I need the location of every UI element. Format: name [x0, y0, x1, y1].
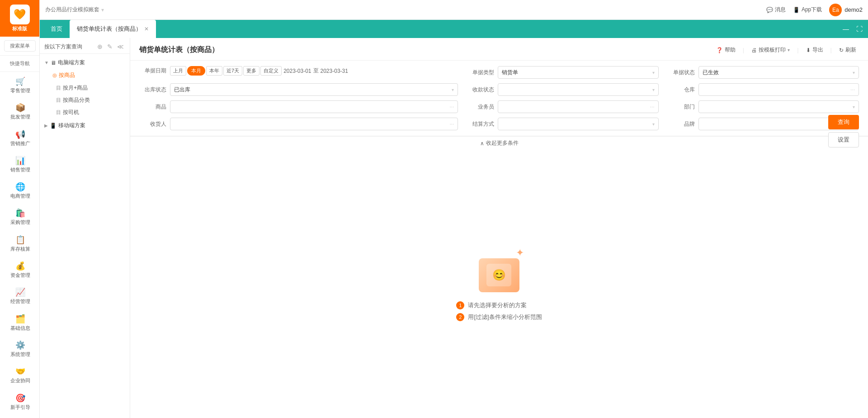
tree-item-by-cashier[interactable]: 目 按司机 [43, 106, 130, 119]
empty-sparkle-icon: ✦ [516, 247, 524, 259]
receiver-filter-select[interactable]: ··· [170, 118, 458, 130]
search-menu-button[interactable]: 搜索菜单 [4, 40, 36, 52]
main-content: 办公用品行业模拟账套 ▾ 💬 消息 📱 App下载 Ea demo2 首页 销货… [40, 0, 868, 418]
salesperson-filter-dots-icon[interactable]: ··· [650, 104, 655, 110]
date-to: 2023-03-31 [321, 68, 348, 74]
tip-num-1: 1 [456, 301, 464, 309]
tab-home[interactable]: 首页 [43, 20, 70, 38]
filter-row-3: 商品 ··· 业务员 ··· [139, 100, 859, 113]
message-button[interactable]: 💬 消息 [766, 6, 786, 14]
payment-method-filter-label: 结算方式 [467, 120, 494, 128]
add-scheme-button[interactable]: ⊕ [96, 43, 104, 51]
stock-filter-label: 出库状态 [139, 86, 166, 94]
date-btn-last-month[interactable]: 上月 [170, 66, 186, 76]
refresh-button[interactable]: ↻ 刷新 [836, 44, 859, 56]
tab-minimize-button[interactable]: — [841, 24, 851, 34]
query-button[interactable]: 查询 [828, 115, 859, 129]
tree-item-by-month-product[interactable]: 目 按月+商品 [43, 82, 130, 94]
tree-item-by-product[interactable]: ◎ 按商品 [43, 69, 130, 82]
filter-row-2: 出库状态 已出库 ▾ 收款状态 ▾ [139, 83, 859, 96]
sidebar-item-sales[interactable]: 📊 销售管理 [0, 151, 39, 177]
receiver-filter-dots-icon[interactable]: ··· [449, 121, 454, 127]
sidebar-item-purchase[interactable]: 🛍️ 采购管理 [0, 204, 39, 230]
tree-group-mobile-header[interactable]: ▶ 📱 移动端方案 [40, 119, 130, 132]
dept-filter-label: 部门 [668, 103, 695, 111]
help-button[interactable]: ❓ 帮助 [713, 44, 738, 56]
by-month-product-icon: 目 [56, 85, 61, 91]
tabbar: 首页 销货单统计表（按商品） ✕ — ⛶ [40, 20, 868, 38]
quick-nav-button[interactable]: 快捷导航 [10, 57, 30, 70]
quick-nav-area[interactable]: 快捷导航 [0, 56, 39, 72]
tree-group-pc: ▼ 🖥 电脑端方案 ◎ 按商品 目 按月+商品 [40, 57, 130, 119]
stock-filter-select[interactable]: 已出库 ▾ [170, 83, 458, 96]
filter-row-1: 单据日期 上月 本月 本年 近7天 更多 自定义 [139, 66, 859, 79]
print-button[interactable]: 🖨 按模板打印 ▾ [749, 44, 793, 56]
logo-icon: 🧡 [10, 5, 30, 24]
sidebar-item-sales-label: 销售管理 [10, 166, 30, 173]
tree-item-by-product-label: 按商品 [59, 71, 75, 79]
date-btn-custom[interactable]: 自定义 [260, 66, 282, 76]
sidebar-item-enterprise[interactable]: 🤝 企业协同 [0, 362, 39, 388]
by-category-icon: 目 [56, 97, 61, 104]
payment-filter-select[interactable]: ▾ [498, 83, 658, 96]
sidebar-item-inventory[interactable]: 📋 库存核算 [0, 230, 39, 256]
app-icon: 📱 [793, 7, 800, 13]
sidebar-item-app-center[interactable]: 📱 应用中心 [0, 415, 39, 418]
warehouse-filter-select[interactable]: ··· [698, 83, 859, 96]
collapse-panel-button[interactable]: ≪ [116, 43, 125, 51]
sidebar-item-marketing[interactable]: 📢 营销推广 [0, 125, 39, 151]
empty-box-inner: 😊 [486, 264, 511, 286]
sidebar-item-wholesale[interactable]: 📦 批发管理 [0, 98, 39, 124]
sidebar-item-ecommerce[interactable]: 🌐 电商管理 [0, 177, 39, 204]
export-icon: ⬇ [806, 47, 811, 53]
dept-filter-select[interactable]: ▾ [698, 100, 859, 113]
sidebar-item-retail[interactable]: 🛒 零售管理 [0, 72, 39, 98]
salesperson-filter-select[interactable]: ··· [498, 100, 658, 113]
filter-product: 商品 ··· [139, 100, 458, 113]
sidebar-search-area[interactable]: 搜索菜单 [0, 37, 39, 56]
collapse-bar[interactable]: ∧ 收起更多条件 [130, 136, 868, 150]
empty-illustration: 😊 ✦ [472, 247, 526, 292]
status-filter-select[interactable]: 已生效 ▾ [698, 66, 859, 79]
sidebar-item-system[interactable]: ⚙️ 系统管理 [0, 336, 39, 362]
type-filter-select[interactable]: 销货单 ▾ [498, 66, 658, 79]
empty-tips: 1 请先选择要分析的方案 2 用[过滤]条件来缩小分析范围 [456, 301, 542, 321]
date-btn-this-year[interactable]: 本年 [206, 66, 222, 76]
date-btn-more[interactable]: 更多 [243, 66, 259, 76]
salesperson-filter-label: 业务员 [467, 103, 494, 111]
tree-group-pc-header[interactable]: ▼ 🖥 电脑端方案 [40, 57, 130, 69]
sidebar-item-basic[interactable]: 🗂️ 基础信息 [0, 309, 39, 336]
tab-close-icon[interactable]: ✕ [144, 26, 149, 32]
tab-maximize-button[interactable]: ⛶ [854, 24, 864, 34]
sidebar-item-operation[interactable]: 📈 经营管理 [0, 283, 39, 309]
sidebar-item-newbie[interactable]: 🎯 新手引导 [0, 389, 39, 415]
settings-button[interactable]: 设置 [828, 132, 859, 147]
sidebar-menu: 🛒 零售管理 📦 批发管理 📢 营销推广 📊 销售管理 🌐 电商管理 🛍️ 采购… [0, 72, 39, 418]
warehouse-filter-label: 仓库 [668, 86, 695, 94]
status-filter-arrow-icon: ▾ [853, 70, 855, 75]
product-filter-select[interactable]: ··· [170, 100, 458, 113]
tab-sales-stat[interactable]: 销货单统计表（按商品） ✕ [70, 20, 156, 38]
right-content: 销货单统计表（按商品） ❓ 帮助 | 🖨 按模板打印 ▾ | ⬇ [130, 38, 868, 418]
payment-method-filter-arrow-icon: ▾ [652, 122, 655, 127]
warehouse-filter-dots-icon[interactable]: ··· [850, 86, 855, 93]
date-btn-this-month[interactable]: 本月 [187, 66, 205, 76]
product-filter-dots-icon[interactable]: ··· [449, 104, 454, 110]
sidebar-item-operation-label: 经营管理 [10, 298, 30, 304]
sidebar: 🧡 标准版 搜索菜单 快捷导航 🛒 零售管理 📦 批发管理 📢 营销推广 📊 销… [0, 0, 40, 418]
help-icon: ❓ [716, 47, 723, 53]
marketing-icon: 📢 [15, 129, 25, 139]
username-label: demo2 [844, 6, 863, 13]
app-download-button[interactable]: 📱 App下载 [793, 6, 822, 14]
payment-method-filter-select[interactable]: ▾ [498, 118, 658, 130]
sidebar-item-finance[interactable]: 💰 资金管理 [0, 256, 39, 283]
export-button[interactable]: ⬇ 导出 [803, 44, 826, 56]
edit-scheme-button[interactable]: ✎ [106, 43, 114, 51]
filter-stock: 出库状态 已出库 ▾ [139, 83, 458, 96]
tree-item-by-category[interactable]: 目 按商品分类 [43, 94, 130, 106]
user-menu[interactable]: Ea demo2 [829, 4, 863, 16]
filter-warehouse: 仓库 ··· [668, 83, 859, 96]
page-header: 销货单统计表（按商品） ❓ 帮助 | 🖨 按模板打印 ▾ | ⬇ [130, 38, 868, 61]
topbar: 办公用品行业模拟账套 ▾ 💬 消息 📱 App下载 Ea demo2 [40, 0, 868, 20]
date-btn-last-7-days[interactable]: 近7天 [223, 66, 242, 76]
